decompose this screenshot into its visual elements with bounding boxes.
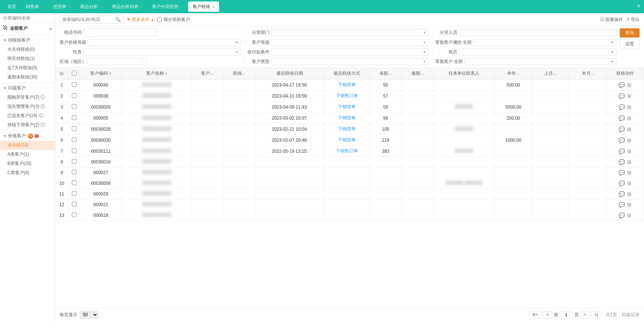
sidebar-item-churned[interactable]: 已流失客户(24) ⓘ bbox=[0, 111, 55, 120]
tab-product-analysis[interactable]: 商品分析 × bbox=[76, 1, 107, 12]
sidebar-group-problem[interactable]: ▼ 问题客户 bbox=[0, 84, 55, 93]
prev-page-btn[interactable]: < bbox=[543, 311, 552, 318]
sidebar-search-input[interactable] bbox=[3, 15, 55, 21]
batch-ops-btn[interactable]: ☑ 批量操作 bbox=[600, 17, 623, 23]
sidebar-item-declining[interactable]: 持续下滑客户(2) ⓘ bbox=[0, 120, 55, 130]
tab-product-list-close[interactable]: × bbox=[141, 5, 143, 9]
sort-icon[interactable]: ⇅ bbox=[109, 71, 112, 75]
row-checkbox[interactable] bbox=[72, 82, 77, 87]
last-page-btn[interactable]: >| bbox=[591, 311, 601, 318]
sort-icon2[interactable]: ⇅ bbox=[165, 71, 168, 75]
tab-sales-close[interactable]: × bbox=[41, 5, 43, 9]
person-select[interactable]: ··· bbox=[459, 29, 617, 36]
grid-action-icon[interactable]: ⊞ bbox=[627, 180, 631, 186]
nature-select[interactable]: ▼ bbox=[83, 49, 241, 56]
method-link[interactable]: 下销货单 bbox=[338, 137, 356, 142]
retail-attr-select[interactable]: ▼ bbox=[473, 39, 617, 46]
method-link[interactable]: 下销售订单 bbox=[336, 93, 358, 98]
sidebar-group-value[interactable]: ▼ 价值客户 ↻ ! bbox=[0, 131, 55, 141]
customer-type-select[interactable]: ▼ bbox=[271, 58, 429, 65]
row-checkbox[interactable] bbox=[72, 202, 77, 207]
grid-action-icon[interactable]: ⊞ bbox=[627, 148, 631, 154]
sidebar-item-churn-warning[interactable]: 流失预警客户(3) ⓘ bbox=[0, 102, 55, 111]
message-icon[interactable]: 💬 bbox=[619, 115, 625, 121]
region-select[interactable]: ··· bbox=[88, 58, 147, 65]
filter-search-input[interactable] bbox=[62, 17, 114, 22]
settings-icon[interactable]: ⚙ bbox=[59, 71, 64, 77]
row-checkbox[interactable] bbox=[72, 126, 77, 131]
nav-close-icon[interactable]: × bbox=[637, 3, 640, 10]
message-icon[interactable]: 💬 bbox=[619, 104, 625, 110]
tab-customer-contact-close[interactable]: × bbox=[212, 5, 215, 9]
tab-product-list[interactable]: 商品分析列表 × bbox=[108, 1, 147, 12]
sidebar-collapse-icon[interactable]: « bbox=[49, 26, 52, 32]
phone-input[interactable] bbox=[83, 28, 157, 36]
tab-purchase[interactable]: 进货单 × bbox=[49, 1, 75, 12]
grid-action-icon[interactable]: ⊞ bbox=[627, 159, 631, 165]
message-icon[interactable]: 💬 bbox=[619, 159, 625, 165]
grid-action-icon[interactable]: ⊞ bbox=[627, 104, 631, 110]
all-customers-header[interactable]: 全部客户 « bbox=[0, 23, 55, 34]
grid-action-icon[interactable]: ⊞ bbox=[627, 202, 631, 208]
method-link[interactable]: 下销售订单 bbox=[336, 148, 358, 154]
row-checkbox[interactable] bbox=[72, 191, 77, 196]
row-checkbox[interactable] bbox=[72, 104, 77, 109]
message-icon[interactable]: 💬 bbox=[619, 202, 625, 208]
sidebar-item-overdue[interactable]: 逾期未联络(30) bbox=[0, 73, 55, 82]
grid-action-icon[interactable]: ⊞ bbox=[627, 93, 631, 99]
row-checkbox[interactable] bbox=[72, 115, 77, 120]
row-checkbox[interactable] bbox=[72, 93, 77, 98]
grid-action-icon[interactable]: ⊞ bbox=[627, 82, 631, 88]
sidebar-item-a-class[interactable]: A类客户(1) bbox=[0, 150, 55, 159]
tab-home[interactable]: 首页 bbox=[3, 1, 21, 12]
sidebar-item-7days[interactable]: 近7天待联络(0) bbox=[0, 63, 55, 73]
tab-customer-mgmt[interactable]: 客户分层经营 × bbox=[148, 1, 187, 12]
method-link[interactable]: 下销货单 bbox=[338, 104, 356, 109]
row-checkbox[interactable] bbox=[72, 212, 77, 217]
customer-level-select[interactable]: ▼ bbox=[271, 39, 429, 46]
method-link[interactable]: 下销货单 bbox=[338, 126, 356, 131]
method-link[interactable]: 下销货单 bbox=[338, 82, 356, 87]
export-btn[interactable]: ↗ 导出 bbox=[626, 17, 640, 23]
message-icon[interactable]: 💬 bbox=[619, 137, 625, 143]
method-link[interactable]: 下销货单 bbox=[338, 115, 356, 120]
retail-customer-select[interactable]: ▼ bbox=[464, 58, 617, 65]
grid-action-icon[interactable]: ⊞ bbox=[627, 126, 631, 132]
message-icon[interactable]: 💬 bbox=[619, 126, 625, 132]
message-icon[interactable]: 💬 bbox=[619, 180, 625, 186]
message-icon[interactable]: 💬 bbox=[619, 212, 625, 218]
row-checkbox[interactable] bbox=[72, 137, 77, 142]
sidebar-item-today[interactable]: 今天待联络(0) bbox=[0, 45, 55, 54]
sidebar-item-c-class[interactable]: C类客户(6) bbox=[0, 168, 55, 177]
sidebar-item-tomorrow[interactable]: 明天待联络(1) bbox=[0, 54, 55, 63]
tab-customer-mgmt-close[interactable]: × bbox=[181, 5, 183, 9]
sidebar-group-pending[interactable]: ▼ 待联络客户 bbox=[0, 36, 55, 45]
tab-product-analysis-close[interactable]: × bbox=[100, 5, 102, 9]
first-page-btn[interactable]: K< bbox=[529, 311, 542, 318]
grid-action-icon[interactable]: ⊞ bbox=[627, 137, 631, 143]
more-conditions-btn[interactable]: ▼ 更多条件 ▲ bbox=[126, 17, 154, 23]
reset-button[interactable]: 设置 bbox=[620, 39, 640, 49]
message-icon[interactable]: 💬 bbox=[619, 148, 625, 154]
price-level-select[interactable]: ▼ bbox=[88, 39, 241, 46]
row-checkbox[interactable] bbox=[72, 148, 77, 153]
row-checkbox[interactable] bbox=[72, 180, 77, 185]
payment-select[interactable]: ▼ bbox=[271, 49, 429, 56]
dept-select[interactable]: ▼ bbox=[271, 29, 429, 36]
sidebar-item-hoarding[interactable]: 囤购异常客户(2) ⓘ bbox=[0, 93, 55, 102]
filter-search-icon[interactable]: 🔍 bbox=[115, 17, 121, 22]
tab-sales[interactable]: 销售单 × bbox=[21, 1, 48, 12]
grid-action-icon[interactable]: ⊞ bbox=[627, 212, 631, 218]
grid-action-icon[interactable]: ⊞ bbox=[627, 191, 631, 197]
grid-action-icon[interactable]: ⊞ bbox=[627, 170, 631, 176]
row-checkbox[interactable] bbox=[72, 159, 77, 164]
message-icon[interactable]: 💬 bbox=[619, 82, 625, 88]
sidebar-item-ungroup[interactable]: 未分组(32) bbox=[0, 141, 55, 150]
next-page-btn[interactable]: > bbox=[580, 311, 590, 318]
page-input[interactable] bbox=[560, 311, 573, 318]
message-icon[interactable]: 💬 bbox=[619, 93, 625, 99]
tab-purchase-close[interactable]: × bbox=[68, 5, 71, 9]
status-select[interactable]: ▼ bbox=[459, 49, 617, 56]
message-icon[interactable]: 💬 bbox=[619, 191, 625, 197]
select-all-checkbox[interactable] bbox=[72, 71, 77, 75]
